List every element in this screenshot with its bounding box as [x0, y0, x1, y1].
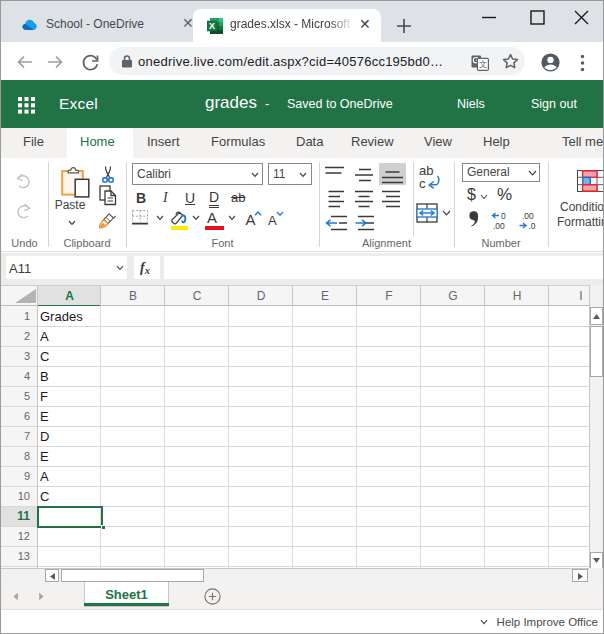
svg-text:0: 0 [501, 211, 506, 221]
svg-text:.00: .00 [493, 221, 505, 231]
svg-text:文: 文 [479, 59, 488, 69]
svg-text:.0: .0 [529, 221, 536, 231]
svg-text:X: X [209, 21, 215, 31]
svg-text:.00: .00 [522, 211, 534, 221]
